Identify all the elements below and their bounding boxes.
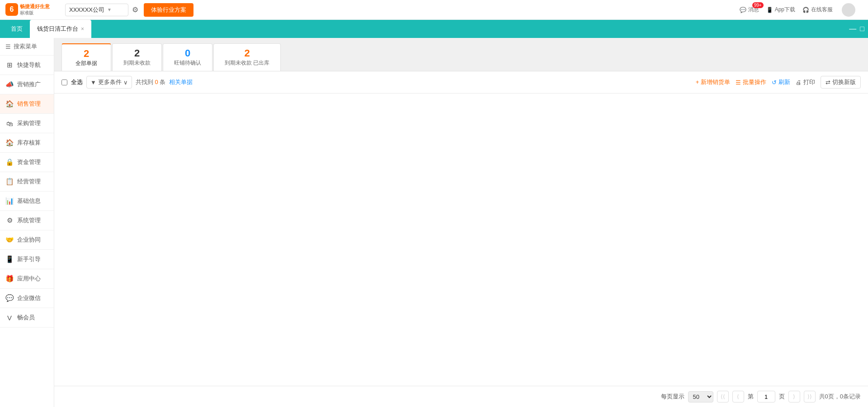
megaphone-icon: 📣 [5, 80, 14, 89]
switch-label: 切换新版 [832, 78, 856, 86]
company-name: XXXXXX公司 [69, 6, 104, 14]
sidebar-item-yingyongzhongxin[interactable]: 🎁 应用中心 [0, 269, 54, 289]
summary-tab-overdue-shipped[interactable]: 2 到期未收款 已出库 [213, 43, 281, 71]
page-suffix: 页 [779, 393, 785, 401]
toolbar: 全选 ▼ 更多条件 ∨ 共找到 0 条 相关单据 + 新增销货单 ☰ 批量操作 [54, 71, 868, 94]
empty-state [54, 94, 868, 386]
found-unit: 条 [160, 79, 165, 85]
tab-home[interactable]: 首页 [4, 20, 30, 38]
overdue-count: 2 [134, 47, 140, 59]
member-icon: V [5, 314, 14, 322]
summary-tab-wangpu[interactable]: 0 旺铺待确认 [163, 43, 212, 71]
all-label: 全部单据 [75, 60, 97, 67]
wechat-icon: 💬 [5, 294, 14, 302]
sidebar-item-yingxiaotuiguang[interactable]: 📣 营销推广 [0, 75, 54, 94]
sidebar-item-qiyexietong[interactable]: 🤝 企业协同 [0, 230, 54, 250]
select-all-checkbox[interactable] [61, 80, 67, 85]
add-sales-order-button[interactable]: + 新增销货单 [696, 78, 730, 86]
sidebar-item-label: 销售管理 [17, 100, 41, 108]
summary-tab-all[interactable]: 2 全部单据 [61, 43, 111, 71]
per-page-label: 每页显示 [661, 393, 684, 401]
switch-version-button[interactable]: ⇄ 切换新版 [821, 76, 861, 89]
batch-label: 批量操作 [743, 78, 766, 86]
filter-icon: ▼ [90, 79, 96, 86]
topbar-right: 💬 消息 99+ 📱 App下载 🎧 在线客服 [740, 3, 863, 17]
sidebar-item-kucunhesuan[interactable]: 🏠 库存核算 [0, 133, 54, 153]
topbar: 6 畅捷通好生意 标准版 XXXXXX公司 ▼ ⚙ 体验行业方案 💬 消息 99… [0, 0, 868, 20]
sidebar-item-zijinguanli[interactable]: 🔒 资金管理 [0, 153, 54, 172]
sidebar-item-xinshouyindao[interactable]: 📱 新手引导 [0, 250, 54, 269]
filter-button[interactable]: ▼ 更多条件 ∨ [86, 76, 132, 89]
minimize-button[interactable]: — [849, 25, 856, 33]
pagination: 每页显示 50 10 20 100 ⟨⟨ ⟨ 第 页 ⟩ ⟩⟩ 共0页，0条记录 [54, 386, 868, 407]
sidebar-item-label: 基础信息 [17, 197, 41, 205]
report-icon: 📋 [5, 178, 14, 186]
database-icon: 📊 [5, 197, 14, 205]
experience-button[interactable]: 体验行业方案 [144, 3, 193, 17]
next-page-button[interactable]: ⟩ [788, 391, 800, 402]
first-page-button[interactable]: ⟨⟨ [717, 391, 729, 402]
overdue-shipped-count: 2 [245, 47, 250, 59]
sidebar-item-changhyuian[interactable]: V 畅会员 [0, 308, 54, 327]
sidebar-item-label: 快捷导航 [17, 61, 41, 69]
sidebar-item-label: 资金管理 [17, 158, 41, 166]
app-download-button[interactable]: 📱 App下载 [766, 6, 795, 14]
sidebar-item-jingyingguanli[interactable]: 📋 经营管理 [0, 172, 54, 192]
sidebar-item-label: 库存核算 [17, 139, 41, 147]
page-input[interactable] [757, 391, 775, 402]
warehouse-icon: 🏠 [5, 139, 14, 147]
logo-sub: 标准版 [20, 10, 50, 16]
close-icon[interactable]: × [81, 26, 84, 32]
select-all-label: 全选 [71, 78, 83, 86]
refresh-label: 刷新 [778, 78, 790, 86]
settings-icon[interactable]: ⚙ [132, 5, 138, 14]
print-label: 打印 [803, 78, 815, 86]
message-button[interactable]: 💬 消息 99+ [740, 6, 759, 14]
tab-qianhuoqingongzuotai[interactable]: 钱货日清工作台 × [30, 20, 91, 38]
grid-icon: ⊞ [5, 61, 14, 69]
chevron-down-icon: ▼ [107, 7, 112, 12]
found-prefix: 共找到 [136, 79, 153, 85]
overdue-shipped-label: 到期未收款 已出库 [225, 59, 269, 67]
prev-page-button[interactable]: ⟨ [732, 391, 744, 402]
maximize-button[interactable]: □ [860, 25, 864, 33]
total-info: 共0页，0条记录 [819, 393, 861, 401]
batch-operation-button[interactable]: ☰ 批量操作 [736, 78, 766, 86]
chevron-down-icon: ∨ [123, 79, 128, 86]
sidebar-item-jichuxinxi[interactable]: 📊 基础信息 [0, 192, 54, 211]
home-label: 首页 [11, 25, 23, 33]
last-page-button[interactable]: ⟩⟩ [804, 391, 816, 402]
tab-nav: 首页 钱货日清工作台 × — □ [0, 20, 868, 38]
sidebar-item-label: 应用中心 [17, 275, 41, 283]
online-service-button[interactable]: 🎧 在线客服 [802, 6, 833, 14]
sidebar-item-label: 企业协同 [17, 236, 41, 244]
search-menu[interactable]: ☰ 搜索菜单 [0, 38, 54, 56]
search-menu-label: 搜索菜单 [14, 42, 37, 51]
logo-icon: 6 [5, 3, 18, 16]
per-page-select[interactable]: 50 10 20 100 [688, 391, 713, 402]
sidebar-item-xitongguanli[interactable]: ⚙ 系统管理 [0, 211, 54, 230]
collab-icon: 🤝 [5, 236, 14, 244]
toolbar-left: 全选 ▼ 更多条件 ∨ 共找到 0 条 相关单据 [61, 76, 692, 89]
shopping-icon: 🛍 [5, 120, 14, 127]
batch-icon: ☰ [736, 79, 741, 86]
refresh-icon: ↺ [772, 79, 777, 86]
sidebar-item-qiyeweixin[interactable]: 💬 企业微信 [0, 289, 54, 308]
related-link[interactable]: 相关单据 [169, 78, 193, 86]
company-selector[interactable]: XXXXXX公司 ▼ [65, 4, 128, 16]
guide-icon: 📱 [5, 255, 14, 263]
sidebar-item-label: 畅会员 [17, 313, 35, 322]
sidebar-item-caigouguanli[interactable]: 🛍 采购管理 [0, 114, 54, 133]
sidebar: ☰ 搜索菜单 ⊞ 快捷导航 📣 营销推广 🏠 销售管理 🛍 采购管理 🏠 库存核… [0, 38, 54, 407]
avatar[interactable] [842, 3, 855, 17]
refresh-button[interactable]: ↺ 刷新 [772, 78, 790, 86]
summary-tabs: 2 全部单据 2 到期未收款 0 旺铺待确认 2 到期未收款 已出库 [54, 38, 868, 71]
print-button[interactable]: 🖨 打印 [796, 78, 815, 86]
layout: ☰ 搜索菜单 ⊞ 快捷导航 📣 营销推广 🏠 销售管理 🛍 采购管理 🏠 库存核… [0, 38, 868, 407]
sidebar-item-xiaoshouguanli[interactable]: 🏠 销售管理 [0, 94, 54, 114]
online-service-label: 在线客服 [811, 6, 833, 14]
summary-tab-overdue[interactable]: 2 到期未收款 [112, 43, 162, 71]
sidebar-item-kuaijiedaohang[interactable]: ⊞ 快捷导航 [0, 56, 54, 75]
logo: 6 畅捷通好生意 标准版 [5, 3, 60, 16]
main-content: 2 全部单据 2 到期未收款 0 旺铺待确认 2 到期未收款 已出库 全选 [54, 38, 868, 407]
